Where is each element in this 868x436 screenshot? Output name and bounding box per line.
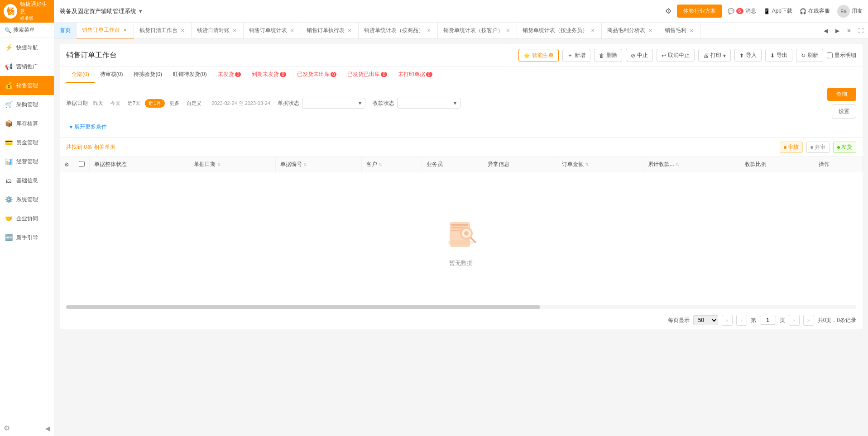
- message-action[interactable]: 💬 6 消息: [728, 7, 756, 15]
- sort-icon[interactable]: ⇅: [217, 162, 221, 167]
- sidebar-item-marketing[interactable]: 📢 营销推广: [0, 57, 54, 76]
- topbar-settings-icon[interactable]: ⚙: [665, 7, 671, 15]
- sidebar-item-inventory[interactable]: 📦 库存核算: [0, 114, 54, 133]
- tab-close-icon[interactable]: ✕: [590, 28, 596, 33]
- ship-btn[interactable]: 发货: [833, 142, 856, 153]
- refresh-btn[interactable]: ↻ 刷新: [796, 49, 823, 62]
- filter-tab-wangpu[interactable]: 旺铺待发货(0): [168, 67, 212, 83]
- th-customer[interactable]: 客户 ⇅: [361, 157, 422, 172]
- sort-icon[interactable]: ⇅: [303, 162, 307, 167]
- shortcut-yesterday[interactable]: 昨天: [91, 99, 106, 108]
- tab-close-icon[interactable]: ✕: [122, 27, 128, 33]
- dropdown-chevron-icon[interactable]: ▾: [139, 8, 142, 14]
- first-page-btn[interactable]: «: [722, 315, 733, 326]
- sidebar-item-sales[interactable]: 💰 销售管理: [0, 76, 54, 95]
- cancel-stop-btn[interactable]: ↩ 取消中止: [657, 49, 695, 62]
- sidebar-item-system[interactable]: ⚙️ 系统管理: [0, 190, 54, 209]
- tab-sales-revenue[interactable]: 销售毛利 ✕: [659, 23, 700, 39]
- tab-cash-reconcile[interactable]: 钱货日清对账 ✕: [192, 23, 244, 39]
- scroll-bar-wrapper[interactable]: [66, 305, 856, 309]
- next-page-btn[interactable]: ›: [789, 315, 800, 326]
- sidebar-item-finance[interactable]: 💳 资金管理: [0, 133, 54, 152]
- user-menu[interactable]: Ea 用友: [837, 5, 863, 18]
- sidebar-item-quick-nav[interactable]: ⚡ 快捷导航: [0, 38, 54, 57]
- tab-close-icon[interactable]: ✕: [289, 28, 295, 33]
- sort-icon[interactable]: ⇅: [676, 162, 679, 167]
- shortcut-today[interactable]: 今天: [108, 99, 123, 108]
- print-btn[interactable]: 🖨 打印 ▾: [698, 49, 731, 62]
- last-page-btn[interactable]: »: [803, 315, 814, 326]
- set-btn[interactable]: 设置: [832, 104, 856, 118]
- sort-icon[interactable]: ⇅: [379, 162, 382, 167]
- tab-cash-daily[interactable]: 钱货日清工作台 ✕: [134, 23, 192, 39]
- shortcut-custom[interactable]: 自定义: [184, 99, 204, 108]
- prev-page-btn[interactable]: ‹: [736, 315, 747, 326]
- tab-sales-stat[interactable]: 销售订单统计表 ✕: [244, 23, 301, 39]
- shortcut-7days[interactable]: 近7天: [125, 99, 143, 108]
- status-select[interactable]: ▾: [302, 98, 365, 109]
- show-detail-checkbox-wrapper[interactable]: 显示明细: [827, 52, 856, 59]
- audit-btn[interactable]: 审核: [780, 142, 803, 153]
- sidebar-item-basic-info[interactable]: 🗂 基础信息: [0, 171, 54, 190]
- th-collected[interactable]: 累计收款... ⇅: [643, 157, 740, 172]
- column-setting-icon[interactable]: ⚙: [64, 161, 69, 168]
- tab-close-icon[interactable]: ✕: [647, 28, 653, 33]
- filter-tab-shipped-not-out[interactable]: 已发货未出库0: [292, 67, 342, 83]
- page-input[interactable]: [760, 316, 776, 325]
- tab-gross-profit[interactable]: 商品毛利分析表 ✕: [602, 23, 659, 39]
- app-download-action[interactable]: 📱 App下载: [763, 7, 792, 15]
- import-btn[interactable]: ⬆ 导入: [734, 49, 762, 62]
- sidebar-item-purchase[interactable]: 🛒 采购管理: [0, 95, 54, 114]
- sidebar-settings-icon[interactable]: ⚙: [4, 424, 10, 432]
- tab-close-icon[interactable]: ✕: [231, 28, 238, 33]
- query-btn[interactable]: 查询: [827, 88, 856, 101]
- filter-tab-expired-unshipped[interactable]: 到期未发货0: [246, 67, 292, 83]
- delete-btn[interactable]: 🗑 删除: [594, 49, 622, 62]
- filter-tab-pending-inspect[interactable]: 待拣验货(0): [128, 67, 168, 83]
- filter-tab-pending-audit[interactable]: 待审核(0): [95, 67, 129, 83]
- page-size-select[interactable]: 50 10 20 100: [693, 315, 718, 325]
- th-date[interactable]: 单据日期 ⇅: [189, 157, 275, 172]
- sidebar-item-operations[interactable]: 📊 经营管理: [0, 152, 54, 171]
- sidebar-item-enterprise[interactable]: 🤝 企业协同: [0, 209, 54, 228]
- shortcut-1month[interactable]: 近1月: [145, 99, 165, 108]
- tab-close-icon[interactable]: ✕: [505, 28, 511, 33]
- industry-btn[interactable]: 体验行业方案: [677, 5, 722, 18]
- select-all-checkbox[interactable]: [79, 161, 85, 167]
- new-btn[interactable]: ＋ 新增: [562, 49, 590, 62]
- tab-fullscreen-btn[interactable]: ⛶: [855, 25, 866, 36]
- tab-sales-order[interactable]: 销售订单工作台 ✕: [77, 23, 134, 39]
- cancel-audit-btn[interactable]: 弃审: [806, 142, 830, 153]
- tab-close-icon[interactable]: ✕: [346, 28, 353, 33]
- online-service-action[interactable]: 🎧 在线客服: [800, 7, 830, 15]
- tab-home[interactable]: 首页: [54, 23, 77, 39]
- filter-tab-unshipped[interactable]: 未发货0: [212, 67, 247, 83]
- tab-close-all-btn[interactable]: ✕: [844, 25, 854, 36]
- th-number[interactable]: 单据编号 ⇅: [275, 157, 361, 172]
- sidebar-search[interactable]: 🔍 搜索菜单: [0, 23, 54, 38]
- tab-scroll-right-btn[interactable]: ▶: [832, 25, 843, 36]
- sidebar-collapse-icon[interactable]: ◀: [45, 425, 50, 432]
- tab-sales-stat-staff[interactable]: 销货单统计表（按业务员） ✕: [517, 23, 602, 39]
- stop-btn[interactable]: ⊘ 中止: [626, 49, 653, 62]
- tab-close-icon[interactable]: ✕: [179, 28, 186, 33]
- tab-sales-stat-product[interactable]: 销货单统计表（按商品） ✕: [359, 23, 438, 39]
- shortcut-more[interactable]: 更多: [167, 99, 182, 108]
- sidebar-item-guide[interactable]: 🆕 新手引导: [0, 228, 54, 247]
- tab-close-icon[interactable]: ✕: [426, 28, 432, 33]
- payment-select[interactable]: ▾: [397, 98, 460, 109]
- filter-tab-unprinted[interactable]: 未打印单据0: [393, 67, 438, 83]
- show-detail-checkbox[interactable]: [827, 52, 833, 58]
- tab-close-icon[interactable]: ✕: [688, 28, 695, 33]
- scroll-bar[interactable]: [66, 305, 540, 309]
- th-checkbox[interactable]: [74, 157, 90, 172]
- smart-btn[interactable]: ⭐ 智能生单: [518, 49, 559, 62]
- tab-scroll-left-btn[interactable]: ◀: [820, 25, 831, 36]
- tab-sales-exec[interactable]: 销售订单执行表 ✕: [301, 23, 359, 39]
- expand-btn[interactable]: ▾ 展开更多条件: [66, 121, 856, 133]
- filter-tab-shipped-out[interactable]: 已发货已出库0: [342, 67, 393, 83]
- export-btn[interactable]: ⬇ 导出: [765, 49, 792, 62]
- th-setting[interactable]: ⚙: [60, 157, 74, 172]
- filter-tab-all[interactable]: 全部(0): [66, 67, 95, 83]
- tab-sales-stat-customer[interactable]: 销货单统计表（按客户） ✕: [438, 23, 517, 39]
